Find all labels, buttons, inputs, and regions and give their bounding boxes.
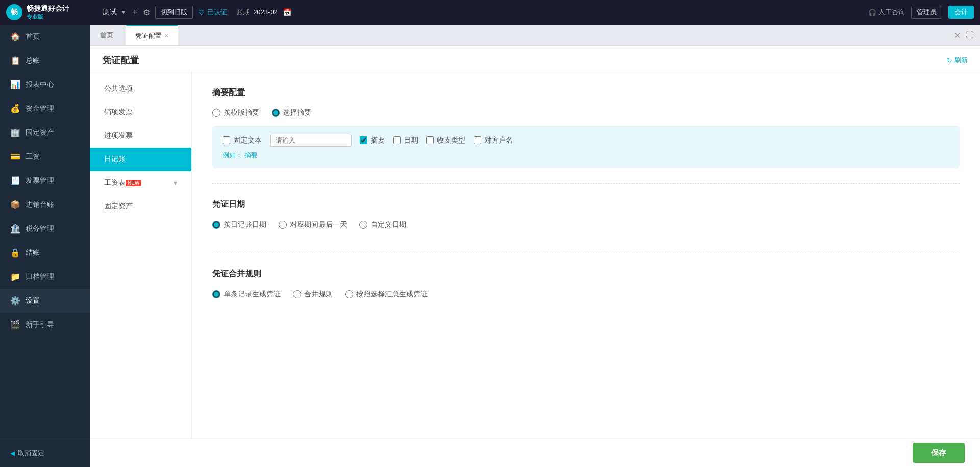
single-record-radio[interactable] — [212, 290, 220, 298]
sidebar-item-report[interactable]: 📊 报表中心 — [0, 73, 90, 97]
summary-checkbox[interactable] — [360, 136, 368, 144]
unfix-label: 取消固定 — [18, 449, 44, 458]
tab-voucher-config[interactable]: 凭证配置 × — [126, 25, 178, 45]
wage-icon: 💳 — [10, 152, 20, 161]
unfix-button[interactable]: ◀ 取消固定 — [8, 445, 82, 462]
example-value: 摘要 — [244, 151, 258, 159]
switch-old-button[interactable]: 切到旧版 — [155, 6, 193, 19]
chevron-down-icon: ▾ — [174, 179, 177, 187]
journal-date-option[interactable]: 按日记账日期 — [212, 220, 266, 229]
sidebar-item-tax[interactable]: 🏦 税务管理 — [0, 217, 90, 241]
summary-select-radio[interactable] — [272, 109, 280, 117]
sidebar-item-invoice[interactable]: 🧾 发票管理 — [0, 169, 90, 193]
guide-icon: 🎬 — [10, 320, 20, 330]
consult-button[interactable]: 🎧 人工咨询 — [868, 8, 905, 17]
headphone-icon: 🎧 — [868, 9, 876, 16]
tab-expand-button[interactable]: ⛶ — [966, 31, 974, 40]
page-header: 凭证配置 ↻ 刷新 — [90, 46, 980, 72]
accountant-button[interactable]: 会计 — [948, 6, 974, 19]
left-nav-public[interactable]: 公共选项 — [90, 77, 191, 101]
sidebar-item-home[interactable]: 🏠 首页 — [0, 25, 90, 49]
date-checkbox[interactable] — [393, 136, 401, 144]
sidebar-item-label-asset: 固定资产 — [26, 128, 54, 137]
save-button[interactable]: 保存 — [913, 443, 965, 463]
period-label: 账期 2023-02 — [236, 8, 278, 17]
left-nav-salary-table[interactable]: 工资表 NEW ▾ — [90, 171, 191, 195]
sidebar-item-label-tax: 税务管理 — [26, 224, 54, 233]
archive-icon: 📁 — [10, 272, 20, 282]
page-content: 凭证配置 ↻ 刷新 公共选项 销项发票 进项发票 日记账 工资表 NEW — [90, 46, 980, 467]
merge-rule-label: 合并规则 — [304, 290, 333, 299]
fixed-text-checkbox-label[interactable]: 固定文本 — [223, 136, 262, 145]
sidebar-item-close[interactable]: 🔒 结账 — [0, 241, 90, 265]
sidebar-item-asset[interactable]: 🏢 固定资产 — [0, 121, 90, 145]
merge-options-row: 单条记录生成凭证 合并规则 按照选择汇总生成凭证 — [212, 290, 960, 299]
topbar: 畅 畅捷通好会计 专业版 测试 ▾ + ⚙ 切到旧版 🛡 已认证 账期 2023… — [0, 0, 980, 25]
sidebar-item-label-home: 首页 — [26, 32, 40, 41]
settings-icon[interactable]: ⚙ — [143, 8, 150, 17]
fixed-text-input[interactable] — [270, 134, 352, 147]
merge-rule-radio[interactable] — [293, 290, 301, 298]
sidebar-item-wage[interactable]: 💳 工资 — [0, 145, 90, 169]
summary-template-option[interactable]: 按模版摘要 — [212, 108, 259, 118]
period-last-option[interactable]: 对应期间最后一天 — [279, 220, 347, 229]
counterparty-checkbox-label[interactable]: 对方户名 — [474, 136, 513, 145]
summary-select-option[interactable]: 选择摘要 — [272, 108, 311, 118]
summary-section: 摘要配置 按模版摘要 选择摘要 — [212, 87, 960, 184]
tab-close-button[interactable]: ✕ — [954, 30, 961, 40]
fixed-text-label: 固定文本 — [233, 136, 262, 145]
payment-type-checkbox-label[interactable]: 收支类型 — [426, 136, 465, 145]
sidebar-item-label-wage: 工资 — [26, 152, 40, 161]
company-dropdown-icon[interactable]: ▾ — [122, 9, 125, 16]
left-nav: 公共选项 销项发票 进项发票 日记账 工资表 NEW ▾ 固定资产 — [90, 72, 192, 438]
counterparty-label: 对方户名 — [484, 136, 513, 145]
summary-checkbox-label[interactable]: 摘要 — [360, 136, 385, 145]
single-record-label: 单条记录生成凭证 — [224, 290, 281, 299]
sidebar-item-label-trade: 进销台账 — [26, 200, 54, 209]
summary-options-row: 按模版摘要 选择摘要 — [212, 108, 960, 118]
select-summary-option[interactable]: 按照选择汇总生成凭证 — [345, 290, 428, 299]
summary-template-label: 按模版摘要 — [224, 108, 259, 118]
merge-title: 凭证合并规则 — [212, 269, 960, 279]
left-nav-fixed-asset[interactable]: 固定资产 — [90, 195, 191, 218]
period-last-radio[interactable] — [279, 221, 287, 229]
select-summary-radio[interactable] — [345, 290, 353, 298]
refresh-button[interactable]: ↻ 刷新 — [947, 56, 968, 65]
sidebar-item-settings[interactable]: ⚙️ 设置 — [0, 289, 90, 313]
add-icon[interactable]: + — [132, 7, 138, 18]
calendar-icon[interactable]: 📅 — [283, 8, 291, 16]
manager-button[interactable]: 管理员 — [911, 6, 942, 19]
sidebar-item-trade[interactable]: 📦 进销台账 — [0, 193, 90, 217]
sidebar-item-fund[interactable]: 💰 资金管理 — [0, 97, 90, 121]
tab-close-icon[interactable]: × — [165, 32, 168, 39]
left-nav-sales[interactable]: 销项发票 — [90, 101, 191, 124]
tab-voucher-label: 凭证配置 — [135, 31, 162, 40]
single-record-option[interactable]: 单条记录生成凭证 — [212, 290, 281, 299]
journal-date-radio[interactable] — [212, 221, 220, 229]
sidebar-item-label-report: 报表中心 — [26, 80, 54, 89]
summary-config-box: 固定文本 摘要 日期 — [212, 126, 960, 168]
counterparty-checkbox[interactable] — [474, 136, 481, 144]
trade-icon: 📦 — [10, 200, 20, 209]
left-nav-journal[interactable]: 日记账 — [90, 148, 191, 171]
invoice-icon: 🧾 — [10, 176, 20, 185]
date-checkbox-label[interactable]: 日期 — [393, 136, 418, 145]
summary-config-row: 固定文本 摘要 日期 — [223, 134, 949, 147]
custom-date-label: 自定义日期 — [371, 220, 406, 229]
merge-rule-option[interactable]: 合并规则 — [293, 290, 333, 299]
sidebar-item-label-invoice: 发票管理 — [26, 176, 54, 185]
new-badge: NEW — [126, 180, 141, 186]
bottom-bar: 保存 — [90, 438, 980, 467]
fixed-text-checkbox[interactable] — [223, 136, 230, 144]
tab-home[interactable]: 首页 — [90, 25, 124, 45]
summary-template-radio[interactable] — [212, 109, 220, 117]
sidebar-item-guide[interactable]: 🎬 新手引导 — [0, 313, 90, 337]
payment-type-checkbox[interactable] — [426, 136, 434, 144]
left-nav-purchase[interactable]: 进项发票 — [90, 124, 191, 148]
refresh-icon: ↻ — [947, 57, 952, 64]
custom-date-radio[interactable] — [359, 221, 368, 229]
sidebar-item-archive[interactable]: 📁 归档管理 — [0, 265, 90, 289]
custom-date-option[interactable]: 自定义日期 — [359, 220, 406, 229]
summary-label: 摘要 — [371, 136, 385, 145]
sidebar-item-ledger[interactable]: 📋 总账 — [0, 49, 90, 73]
